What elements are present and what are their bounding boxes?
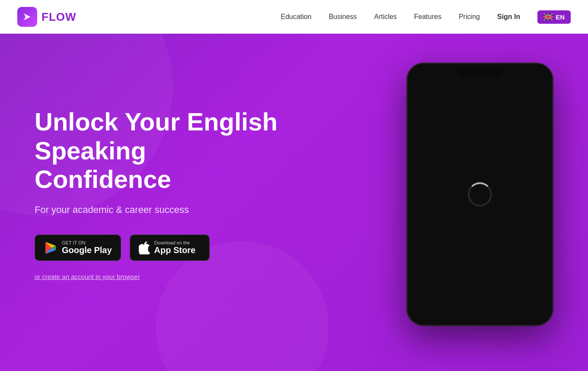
hero-subtitle: For your academic & career success xyxy=(35,204,285,216)
google-play-sub-label: GET IT ON xyxy=(62,240,112,245)
google-play-button[interactable]: GET IT ON Google Play xyxy=(35,235,121,261)
hero-cta-buttons: GET IT ON Google Play Download on the Ap… xyxy=(35,235,285,261)
nav-language-selector[interactable]: EN xyxy=(537,10,571,24)
logo-icon xyxy=(17,7,37,27)
logo-text: FLOW xyxy=(42,10,77,24)
hero-title: Unlock Your English Speaking Confidence xyxy=(35,108,285,194)
hero-section: Unlock Your English Speaking Confidence … xyxy=(0,0,588,371)
logo-link[interactable]: FLOW xyxy=(17,7,77,27)
google-play-icon xyxy=(44,241,58,255)
hero-content: Unlock Your English Speaking Confidence … xyxy=(35,108,285,281)
nav-features[interactable]: Features xyxy=(414,13,441,21)
phone-notch xyxy=(458,68,502,77)
uk-flag-icon xyxy=(543,13,553,20)
app-store-sub-label: Download on the xyxy=(154,240,196,245)
nav-signin[interactable]: Sign In xyxy=(497,13,520,21)
phone-screen xyxy=(408,64,552,325)
app-store-button[interactable]: Download on the App Store xyxy=(130,235,210,261)
browser-account-link[interactable]: or create an account in your browser xyxy=(35,273,140,280)
phone-mockup xyxy=(406,63,553,326)
app-store-main-label: App Store xyxy=(154,245,196,255)
nav-education[interactable]: Education xyxy=(281,13,311,21)
nav-articles[interactable]: Articles xyxy=(374,13,396,21)
navbar: FLOW Education Business Articles Feature… xyxy=(0,0,588,34)
navbar-nav: Education Business Articles Features Pri… xyxy=(281,10,571,24)
loading-spinner xyxy=(468,182,492,206)
nav-business[interactable]: Business xyxy=(329,13,357,21)
language-code: EN xyxy=(556,13,565,21)
google-play-main-label: Google Play xyxy=(62,245,112,255)
nav-pricing[interactable]: Pricing xyxy=(459,13,480,21)
phone-mockup-container xyxy=(406,63,553,326)
apple-icon xyxy=(139,241,150,254)
